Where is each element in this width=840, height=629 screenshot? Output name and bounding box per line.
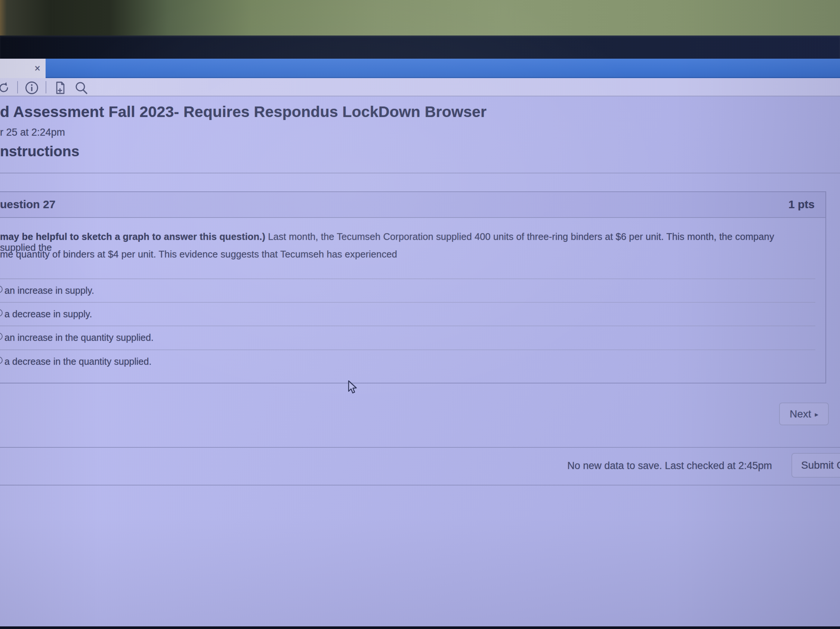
next-button[interactable]: Next ▸	[779, 403, 829, 425]
autosave-status: No new data to save. Last checked at 2:4…	[523, 460, 772, 472]
radio-button[interactable]	[0, 309, 3, 316]
submit-quiz-label: Submit Quiz	[801, 459, 840, 471]
submit-quiz-button[interactable]: Submit Quiz	[791, 453, 840, 477]
footer-divider	[0, 447, 840, 448]
answer-option-1[interactable]: an increase in supply.	[0, 279, 815, 302]
footer-divider	[0, 485, 840, 485]
answer-option-label: an increase in supply.	[5, 285, 94, 296]
quiz-timestamp: r 25 at 2:24pm	[0, 127, 65, 138]
monitor-bezel-bottom	[0, 626, 840, 629]
next-arrow-icon: ▸	[815, 409, 818, 419]
answer-option-label: a decrease in supply.	[5, 309, 92, 319]
answer-option-label: a decrease in the quantity supplied.	[5, 356, 152, 367]
toolbar-separator	[17, 81, 18, 93]
instructions-heading: nstructions	[0, 143, 79, 160]
question-points: 1 pts	[747, 198, 815, 211]
radio-button[interactable]	[0, 286, 3, 293]
browser-tab[interactable]: ×	[0, 58, 46, 78]
toolbar-separator	[46, 81, 46, 93]
question-text-bold: may be helpful to sketch a graph to answ…	[0, 231, 265, 242]
browser-tabstrip: ×	[0, 58, 840, 78]
section-divider	[0, 173, 840, 174]
answer-option-2[interactable]: a decrease in supply.	[0, 303, 815, 326]
question-text-line2: me quantity of binders at $4 per unit. T…	[0, 249, 807, 260]
refresh-icon[interactable]	[0, 81, 11, 95]
answer-option-3[interactable]: an increase in the quantity supplied.	[0, 326, 815, 349]
tab-close-icon[interactable]: ×	[35, 63, 40, 74]
radio-button[interactable]	[0, 357, 3, 364]
new-document-icon[interactable]	[53, 81, 67, 95]
next-button-label: Next	[789, 408, 811, 420]
answer-option-4[interactable]: a decrease in the quantity supplied.	[0, 350, 815, 373]
photo-of-screen: ×	[0, 0, 840, 629]
browser-toolbar	[0, 78, 840, 96]
radio-button[interactable]	[0, 333, 3, 340]
page-title: d Assessment Fall 2023- Requires Respond…	[0, 103, 561, 121]
background-wall	[0, 0, 840, 35]
info-icon[interactable]	[25, 81, 39, 95]
monitor-bezel-top	[0, 35, 840, 58]
question-header-row	[0, 192, 826, 218]
question-title: uestion 27	[0, 198, 55, 211]
answer-option-label: an increase in the quantity supplied.	[5, 332, 153, 343]
search-icon[interactable]	[74, 81, 89, 96]
